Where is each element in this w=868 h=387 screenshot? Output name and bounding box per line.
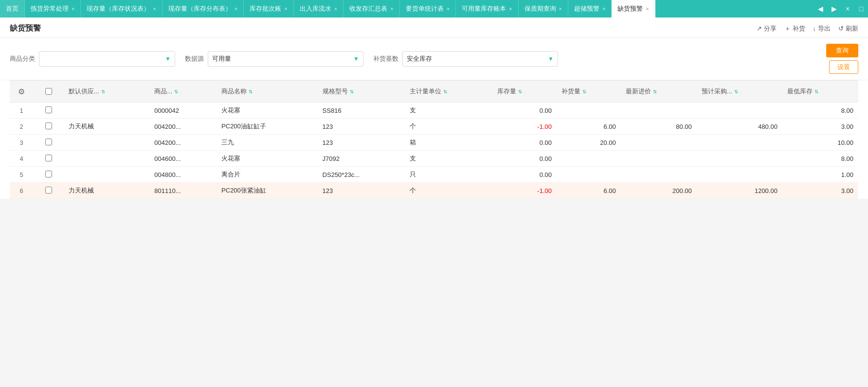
replenish-base-select[interactable]: 安全库存 ▼ [402, 51, 558, 67]
tab-home[interactable]: 首页 [0, 0, 25, 18]
tab-expiry-query[interactable]: 保质期查询 × [519, 0, 568, 18]
cell-goods-name: 火花塞 [217, 103, 318, 119]
tab-available-ledger[interactable]: 可用量库存账本 × [456, 0, 518, 18]
cell-latest-price: 80.00 [621, 119, 697, 135]
tab-overstock-warning[interactable]: 超储预警 × [568, 0, 612, 18]
row-checkbox-cell[interactable] [33, 151, 64, 167]
row-checkbox[interactable] [45, 155, 52, 161]
th-supplier[interactable]: 默认供应... ⇅ [64, 81, 149, 103]
tab-order-stats[interactable]: 要货单统计表 × [400, 0, 456, 18]
th-checkbox[interactable] [33, 81, 64, 103]
row-checkbox[interactable] [45, 171, 52, 177]
th-latest-price[interactable]: 最新进价 ⇅ [621, 81, 697, 103]
tab-close-3[interactable]: × [235, 6, 237, 12]
cell-spec: SS816 [318, 103, 405, 119]
th-stock[interactable]: 库存量 ⇅ [492, 81, 557, 103]
th-goods-code[interactable]: 商品... ⇅ [149, 81, 217, 103]
cell-replenish [557, 151, 621, 167]
refresh-action[interactable]: ↺ 刷新 [838, 24, 858, 33]
th-min-stock[interactable]: 最低库存 ⇅ [782, 81, 858, 103]
tab-scroll-right[interactable]: ▶ [827, 0, 841, 18]
tab-close-5[interactable]: × [334, 6, 337, 12]
tab-close-1[interactable]: × [72, 6, 74, 12]
tab-in-out-flow[interactable]: 出入库流水 × [294, 0, 344, 18]
tab-close-9[interactable]: × [559, 6, 562, 12]
select-all-checkbox[interactable] [45, 88, 52, 95]
tab-close-11[interactable]: × [646, 6, 649, 12]
cell-estimated-purchase [697, 167, 782, 183]
row-number: 6 [10, 183, 33, 199]
page-container: 缺货预警 ↗ 分享 ＋ 补货 ↓ 导出 ↺ 刷新 商品分类 [0, 18, 868, 199]
table-container: ⚙ 默认供应... ⇅ [0, 80, 868, 199]
row-number: 3 [10, 135, 33, 151]
th-replenish[interactable]: 补货量 ⇅ [557, 81, 621, 103]
settings-button[interactable]: 设置 [829, 60, 858, 74]
tab-batch-account[interactable]: 库存批次账 × [244, 0, 293, 18]
tab-nav-controls: ◀ ▶ × □ [814, 0, 868, 18]
column-settings-icon[interactable]: ⚙ [15, 85, 28, 98]
th-spec[interactable]: 规格型号 ⇅ [318, 81, 405, 103]
row-checkbox-cell[interactable] [33, 167, 64, 183]
tab-scroll-left[interactable]: ◀ [814, 0, 827, 18]
cell-latest-price [621, 151, 697, 167]
cell-estimated-purchase [697, 103, 782, 119]
tab-current-stock-dist[interactable]: 现存量（库存分布表） × [163, 0, 244, 18]
cell-goods-name: PC200油缸缸子 [217, 119, 318, 135]
row-checkbox-cell[interactable] [33, 183, 64, 199]
tab-close-10[interactable]: × [602, 6, 605, 12]
cell-min-stock: 3.00 [782, 119, 858, 135]
th-estimated-purchase[interactable]: 预计采购... ⇅ [697, 81, 782, 103]
cell-spec: DS250*23c... [318, 167, 405, 183]
row-checkbox[interactable] [45, 139, 52, 145]
cell-min-stock: 1.00 [782, 167, 858, 183]
row-number: 4 [10, 151, 33, 167]
tab-close-7[interactable]: × [447, 6, 450, 12]
share-action[interactable]: ↗ 分享 [757, 24, 777, 33]
data-table: ⚙ 默认供应... ⇅ [10, 80, 858, 199]
th-unit[interactable]: 主计量单位 ⇅ [405, 81, 492, 103]
datasource-value: 可用量 [212, 54, 231, 63]
spec-sort-icon: ⇅ [350, 89, 354, 94]
page-title: 缺货预警 [10, 23, 41, 34]
tab-close-6[interactable]: × [390, 6, 393, 12]
datasource-arrow-icon: ▼ [353, 55, 359, 62]
row-checkbox-cell[interactable] [33, 103, 64, 119]
tab-receipt-summary[interactable]: 收发存汇总表 × [344, 0, 399, 18]
replenish-base-value: 安全库存 [407, 54, 432, 63]
cell-stock: -1.00 [492, 183, 557, 199]
cell-supplier [64, 135, 149, 151]
category-select[interactable]: ▼ [39, 51, 175, 67]
tab-close-8[interactable]: × [509, 6, 512, 12]
table-row: 6力天机械801110...PC200张紧油缸123个-1.006.00200.… [10, 183, 858, 199]
cell-stock: 0.00 [492, 151, 557, 167]
th-settings[interactable]: ⚙ [10, 81, 33, 103]
tab-maximize[interactable]: □ [854, 0, 868, 18]
query-button[interactable]: 查询 [826, 44, 858, 57]
cell-replenish [557, 103, 621, 119]
cell-goods-name: 离合片 [217, 167, 318, 183]
cell-supplier [64, 167, 149, 183]
cell-unit: 支 [405, 151, 492, 167]
replenish-action[interactable]: ＋ 补货 [784, 24, 805, 33]
cell-estimated-purchase [697, 151, 782, 167]
tab-close-2[interactable]: × [153, 6, 156, 12]
tab-close-current[interactable]: × [841, 0, 854, 18]
cell-goods-code: 004200... [149, 119, 217, 135]
row-checkbox[interactable] [45, 106, 52, 113]
export-icon: ↓ [813, 25, 816, 32]
row-checkbox[interactable] [45, 123, 52, 129]
tab-picking-exception[interactable]: 拣货异常处理 × [25, 0, 81, 18]
th-goods-name[interactable]: 商品名称 ⇅ [217, 81, 318, 103]
estimated-purchase-sort-icon: ⇅ [734, 89, 738, 94]
tab-close-4[interactable]: × [284, 6, 287, 12]
export-action[interactable]: ↓ 导出 [813, 24, 831, 33]
tab-shortage-warning[interactable]: 缺货预警 × [612, 0, 655, 18]
datasource-select[interactable]: 可用量 ▼ [208, 51, 363, 67]
row-checkbox-cell[interactable] [33, 119, 64, 135]
cell-min-stock: 10.00 [782, 135, 858, 151]
row-checkbox-cell[interactable] [33, 135, 64, 151]
tab-current-stock-status[interactable]: 现存量（库存状况表） × [81, 0, 162, 18]
row-checkbox[interactable] [45, 187, 52, 194]
row-number: 5 [10, 167, 33, 183]
cell-goods-code: 004800... [149, 167, 217, 183]
